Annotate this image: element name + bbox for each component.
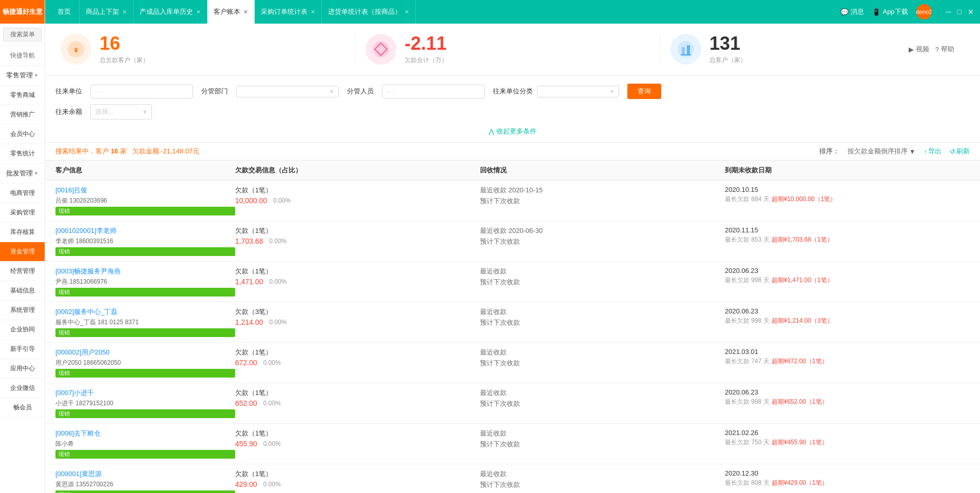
sidebar-item-member-center[interactable]: 会员中心 — [0, 125, 45, 144]
tab-close-customer-account[interactable]: ✕ — [243, 9, 248, 15]
sidebar-item-inventory[interactable]: 库存核算 — [0, 223, 45, 242]
sidebar-item-finance[interactable]: 资金管理 — [0, 242, 45, 262]
search-menu-btn[interactable]: 搜索菜单 — [3, 28, 42, 42]
recovery-info-cell: 最近收款 2020-10-15 预计下次收款 — [480, 186, 725, 206]
message-btn[interactable]: 💬 消息 — [840, 7, 864, 16]
sidebar-item-ecommerce[interactable]: 电商管理 — [0, 184, 45, 203]
recovery-next: 预计下次收款 — [480, 196, 725, 206]
person-input[interactable]: ··· — [382, 85, 485, 98]
sidebar-item-purchase-mgmt[interactable]: 采购管理 — [0, 203, 45, 223]
tab-home[interactable]: 首页 — [49, 0, 80, 24]
debt-info-cell: 欠款（1笔） 672.00 0.00% — [235, 348, 480, 367]
tab-close-production-history[interactable]: ✕ — [196, 9, 201, 15]
recovery-date: 最近收款 — [480, 307, 725, 317]
minimize-btn[interactable]: ─ — [944, 8, 953, 16]
help-btn[interactable]: ? 帮助 — [935, 45, 954, 54]
header-debt-info: 欠款交易信息（占比） — [235, 166, 480, 175]
overdue-link[interactable]: 超期¥10,000.00（1笔） — [772, 195, 837, 204]
overdue-row: 最长欠款 884 天 超期¥10,000.00（1笔） — [725, 195, 970, 204]
restore-btn[interactable]: □ — [955, 8, 964, 16]
overdue-link[interactable]: 超期¥455.90（1笔） — [772, 438, 828, 447]
debt-row: 455.90 0.00% — [235, 440, 480, 448]
customer-name-link[interactable]: [0002]服务中心_丁磊 — [55, 307, 235, 317]
source-unit-input[interactable]: ··· — [90, 85, 193, 98]
sidebar-item-app-center[interactable]: 应用中心 — [0, 359, 45, 379]
debt-count: 欠款（1笔） — [235, 186, 480, 195]
overdue-link[interactable]: 超期¥672.00（1笔） — [772, 357, 828, 366]
sidebar-item-system-mgmt[interactable]: 系统管理 — [0, 301, 45, 320]
overdue-due-date: 2020.12.30 — [725, 469, 970, 477]
tab-production-history[interactable]: 产成品入库单历史 ✕ — [133, 0, 207, 24]
app-download-btn[interactable]: 📱 App下载 — [872, 7, 908, 16]
debt-row: 1,214.00 0.00% — [235, 318, 480, 326]
user-avatar-btn[interactable]: demo2 — [916, 4, 932, 19]
balance-select[interactable]: 选择... ▼ — [90, 104, 152, 120]
sidebar-item-retail-stats[interactable]: 零售统计 — [0, 144, 45, 164]
quick-nav-btn[interactable]: 快捷导航 — [0, 46, 45, 66]
table-row: [0003]畅捷服务尹海燕 尹燕 18513066976 现销 欠款（1笔） 1… — [45, 262, 980, 302]
stat-info-debt-customers: 16 总欠款客户（家） — [100, 34, 149, 65]
tab-purchase-order[interactable]: 采购订单统计表 ✕ — [255, 0, 322, 24]
header-due-date: 到期未收款日期 — [725, 166, 970, 175]
sidebar-item-retail-mgmt[interactable]: 零售管理 ▼ — [0, 66, 45, 86]
debt-amount: 429.00 — [235, 480, 257, 488]
tab-product-off[interactable]: 商品上下架 ✕ — [80, 0, 133, 24]
customer-name-link[interactable]: [0006]去下粮仓 — [55, 429, 235, 438]
results-bar: 搜索结果中，客户 16 家 欠款金额 -21,148.07元 排序： 按欠款金额… — [45, 143, 980, 161]
sidebar-item-marketing[interactable]: 营销推广 — [0, 105, 45, 125]
sidebar-item-enterprise-wechat[interactable]: 企业微信 — [0, 379, 45, 398]
sidebar-item-enterprise-collab[interactable]: 企业协同 — [0, 320, 45, 340]
close-btn[interactable]: ✕ — [966, 8, 976, 16]
table-row: [000001]黄思源 黄思源 13552700226 现销 欠款（1笔） 42… — [45, 464, 980, 493]
customer-name-link[interactable]: [0016]吕俊 — [55, 186, 235, 195]
sidebar-item-retail-mall[interactable]: 零售商城 — [0, 86, 45, 105]
customer-phone: 吕俊 13026203696 — [55, 196, 235, 205]
dept-select[interactable]: ▼ — [236, 86, 339, 97]
recovery-info-cell: 最近收款 2020-06-30 预计下次收款 — [480, 226, 725, 246]
overdue-due-date: 2020.06.23 — [725, 388, 970, 396]
debt-amount: 455.90 — [235, 440, 257, 448]
sidebar-item-vip-member[interactable]: 畅会员 — [0, 398, 45, 418]
yuan-icon: ¥ — [61, 34, 91, 65]
sidebar-item-batch-mgmt[interactable]: 批发管理 ▼ — [0, 164, 45, 184]
sidebar-item-business-mgmt[interactable]: 经营管理 — [0, 262, 45, 281]
refresh-btn[interactable]: ↺ 刷新 — [950, 147, 970, 156]
chevron-down-icon: ▼ — [329, 89, 334, 94]
customer-name-link[interactable]: [0007]小进千 — [55, 388, 235, 398]
video-btn[interactable]: ▶ 视频 — [909, 45, 929, 54]
customer-name-link[interactable]: [0001020001]李老师 — [55, 226, 235, 235]
customer-name-link[interactable]: [000001]黄思源 — [55, 469, 235, 479]
overdue-link[interactable]: 超期¥1,703.68（1笔） — [772, 235, 833, 244]
sort-select[interactable]: 按欠款金额倒序排序 ▼ — [848, 147, 916, 156]
customer-name-link[interactable]: [0003]畅捷服务尹海燕 — [55, 267, 235, 276]
sidebar-item-basic-info[interactable]: 基础信息 — [0, 281, 45, 301]
sidebar-search-section: 搜索菜单 — [0, 24, 45, 46]
unit-type-select[interactable]: ▼ — [537, 86, 619, 97]
tab-customer-account[interactable]: 客户账本 ✕ — [207, 0, 255, 24]
data-table: 客户信息 欠款交易信息（占比） 回收情况 到期未收款日期 [0016]吕俊 吕俊… — [45, 161, 980, 493]
overdue-link[interactable]: 超期¥1,214.00（3笔） — [772, 317, 833, 325]
query-button[interactable]: 查询 — [627, 84, 661, 99]
tab-import-stats[interactable]: 进货单统计表（按商品） ✕ — [322, 0, 416, 24]
overdue-days: 最长欠款 998 天 — [725, 276, 770, 285]
overdue-link[interactable]: 超期¥652.00（1笔） — [772, 398, 828, 406]
export-btn[interactable]: ↑ 导出 — [924, 147, 942, 156]
customer-phone: 用户2050 18665062050 — [55, 359, 235, 367]
tab-close-purchase-order[interactable]: ✕ — [311, 9, 315, 15]
customer-tag: 现销 — [55, 207, 235, 215]
overdue-info-cell: 2021.03.01 最长欠款 747 天 超期¥672.00（1笔） — [725, 348, 970, 366]
results-info: 搜索结果中，客户 16 家 欠款金额 -21,148.07元 — [55, 147, 199, 156]
customer-tag: 现销 — [55, 490, 235, 493]
sidebar-item-new-guide[interactable]: 新手引导 — [0, 340, 45, 359]
customer-info-cell: [000002]用户2050 用户2050 18665062050 现销 — [55, 348, 235, 378]
tab-close-product-off[interactable]: ✕ — [122, 9, 127, 15]
filter-row-1: 往来单位 ··· 分管部门 ▼ 分管人员 — [55, 84, 970, 99]
collapse-filters-btn[interactable]: ⋀ 收起更多条件 — [55, 125, 970, 138]
customer-name-link[interactable]: [000002]用户2050 — [55, 348, 235, 357]
customer-tag: 现销 — [55, 328, 235, 337]
overdue-days: 最长欠款 808 天 — [725, 479, 770, 487]
overdue-link[interactable]: 超期¥1,471.00（1笔） — [772, 276, 833, 285]
customer-info-cell: [0002]服务中心_丁磊 服务中心_丁磊 181 0125 8371 现销 — [55, 307, 235, 337]
overdue-link[interactable]: 超期¥429.00（1笔） — [772, 479, 828, 487]
tab-close-import-stats[interactable]: ✕ — [405, 9, 409, 15]
